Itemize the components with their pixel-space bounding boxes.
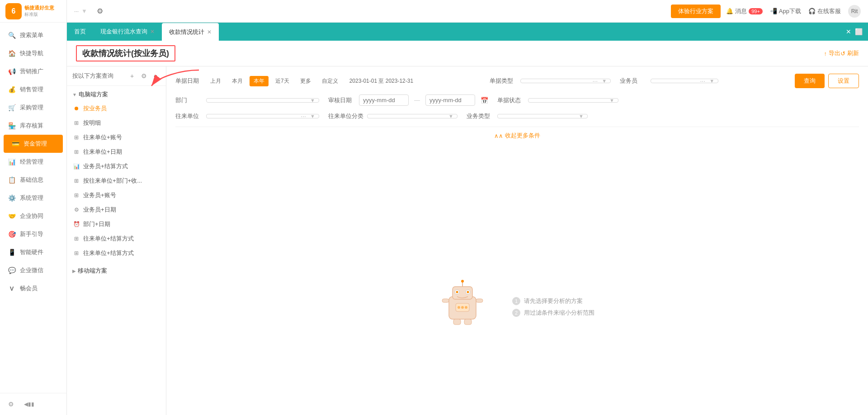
tree-item-by-salesperson[interactable]: 按业务员 xyxy=(67,101,166,116)
sidebar-item-basicinfo[interactable]: 📋 基础信息 xyxy=(0,171,66,189)
tree-item-salesperson-date[interactable]: ⚙ 业务员+日期 xyxy=(67,203,166,217)
date-btn-7days[interactable]: 近7天 xyxy=(271,76,293,86)
date-dash: — xyxy=(412,97,422,104)
search-menu-icon: 🔍 xyxy=(7,31,16,40)
sidebar-item-operations[interactable]: 📊 经营管理 xyxy=(0,153,66,171)
online-service-btn[interactable]: 🎧 在线客服 xyxy=(808,7,841,15)
salesperson-calc-icon: 📊 xyxy=(72,162,80,170)
app-download-btn[interactable]: 📲 App下载 xyxy=(770,7,801,15)
dept-chevron: ▼ xyxy=(310,98,315,103)
sidebar-item-label: 企业协同 xyxy=(20,212,43,220)
query-btn[interactable]: 查询 xyxy=(795,74,825,88)
filter-row-2: 部门 ▼ 审核日期 — 📅 xyxy=(175,94,859,106)
sidebar-item-hardware[interactable]: 📱 智能硬件 xyxy=(0,243,66,261)
panel-collapse-btn[interactable]: « xyxy=(151,71,160,81)
export-label: 导出 xyxy=(829,49,840,57)
tree-item-by-detail[interactable]: ⊞ 按明细 xyxy=(67,116,166,130)
sidebar-settings-btn[interactable]: ⚙ xyxy=(4,397,18,411)
tree-item-label: 按业务员 xyxy=(83,104,107,113)
topbar-gear-btn[interactable]: ⚙ xyxy=(93,4,107,19)
app-logo: 6 畅捷通好生意 标准版 xyxy=(0,0,66,23)
service-icon: 🎧 xyxy=(808,8,816,14)
sidebar-nav: 🔍 搜索菜单 🏠 快捷导航 📢 营销推广 💰 销售管理 🛒 采购管理 🏪 库存核… xyxy=(0,23,66,393)
export-btn[interactable]: ↑ 导出 xyxy=(824,49,841,57)
tab-close-btn-active[interactable]: ✕ xyxy=(207,29,212,35)
user-avatar[interactable]: Rit xyxy=(848,5,861,18)
collapse-more-btn[interactable]: ∧∧ 收起更多条件 xyxy=(494,132,540,140)
tree-item-partner-account[interactable]: ⊞ 往来单位+账号 xyxy=(67,130,166,145)
tree-item-salesperson-calc[interactable]: 📊 业务员+结算方式 xyxy=(67,159,166,174)
date-btn-last-month[interactable]: 上月 xyxy=(206,76,225,86)
sidebar-item-member[interactable]: V 畅会员 xyxy=(0,279,66,297)
sidebar-item-system[interactable]: ⚙️ 系统管理 xyxy=(0,189,66,207)
tree-item-partner-dept[interactable]: ⊞ 按往来单位+部门+收... xyxy=(67,174,166,188)
sidebar-item-inventory[interactable]: 🏪 库存核算 xyxy=(0,117,66,135)
logo-text-block: 畅捷通好生意 标准版 xyxy=(24,5,54,18)
tab-collection-stats[interactable]: 收款情况统计 ✕ xyxy=(162,23,219,41)
date-quick-btns: 上月 本月 本年 近7天 更多 自定义 xyxy=(206,76,342,86)
tabbar: 首页 现金银行流水查询 ✕ 收款情况统计 ✕ ✕ ⬜ xyxy=(67,23,868,41)
date-btn-this-year[interactable]: 本年 xyxy=(250,76,269,86)
partner-more-icon[interactable]: ··· xyxy=(301,113,306,120)
robot-svg xyxy=(440,278,485,328)
sidebar-item-wechat[interactable]: 💬 企业微信 xyxy=(0,261,66,279)
add-scheme-btn[interactable]: + xyxy=(127,71,137,81)
filter-area: 单据日期 上月 本月 本年 近7天 更多 自定义 2023-01-01 至 20… xyxy=(166,66,868,151)
partner-filter: 往来单位 ··· ▼ xyxy=(175,112,319,120)
tab-home[interactable]: 首页 xyxy=(67,28,93,36)
sidebar-item-search-menu[interactable]: 🔍 搜索菜单 xyxy=(0,26,66,44)
hint-item-1: 1 请先选择要分析的方案 xyxy=(512,297,594,305)
svg-rect-8 xyxy=(442,299,449,302)
breadcrumb-text: ··· xyxy=(74,8,79,14)
salesperson-account-icon: ⊞ xyxy=(72,191,80,199)
sidebar-item-sales[interactable]: 💰 销售管理 xyxy=(0,80,66,99)
settings-btn[interactable]: 设置 xyxy=(828,74,859,88)
sidebar-item-finance[interactable]: 💳 资金管理 xyxy=(4,135,63,153)
guide-icon: 🎯 xyxy=(7,230,16,239)
sidebar-item-marketing[interactable]: 📢 营销推广 xyxy=(0,62,66,80)
sidebar-item-purchase[interactable]: 🛒 采购管理 xyxy=(0,99,66,117)
tab-controls: ✕ ⬜ xyxy=(840,28,868,35)
sidebar-item-label: 搜索菜单 xyxy=(20,31,43,39)
record-status-chevron: ▼ xyxy=(609,98,614,103)
sidebar-item-enterprise[interactable]: 🤝 企业协同 xyxy=(0,207,66,225)
tree-item-dept-date[interactable]: ⏰ 部门+日期 xyxy=(67,217,166,231)
sidebar-item-quick-nav[interactable]: 🏠 快捷导航 xyxy=(0,44,66,62)
date-btn-more[interactable]: 更多 xyxy=(296,76,315,86)
partner-date-icon: ⊞ xyxy=(72,148,80,156)
demo-btn[interactable]: 体验行业方案 xyxy=(671,5,721,18)
tree-item-partner-calc2[interactable]: ⊞ 往来单位+结算方式 xyxy=(67,246,166,260)
review-date-end[interactable] xyxy=(425,94,475,106)
partner-calc1-icon: ⊞ xyxy=(72,235,80,243)
date-btn-this-month[interactable]: 本月 xyxy=(228,76,247,86)
dept-filter: 部门 ▼ xyxy=(175,96,319,104)
tab-cash-flow[interactable]: 现金银行流水查询 ✕ xyxy=(93,23,162,41)
tree-item-partner-calc1[interactable]: ⊞ 往来单位+结算方式 xyxy=(67,231,166,246)
sidebar-collapse-btn[interactable]: ◀▮▮ xyxy=(22,397,36,411)
tab-close-window-btn[interactable]: ✕ xyxy=(846,28,851,35)
online-service-label: 在线客服 xyxy=(817,7,841,15)
refresh-btn[interactable]: ↺ 刷新 xyxy=(840,49,859,57)
tree-item-partner-date[interactable]: ⊞ 往来单位+日期 xyxy=(67,145,166,159)
salesperson-more-icon[interactable]: ··· xyxy=(700,77,705,85)
review-date-start[interactable] xyxy=(359,94,409,106)
date-btn-custom[interactable]: 自定义 xyxy=(318,76,342,86)
record-type-more-icon[interactable]: ··· xyxy=(592,77,598,85)
logo-icon: 6 xyxy=(5,3,22,19)
tree-item-salesperson-account[interactable]: ⊞ 业务员+账号 xyxy=(67,188,166,203)
tab-close-btn[interactable]: ✕ xyxy=(150,28,155,35)
tree-section-desktop-header[interactable]: ▼ 电脑端方案 xyxy=(67,88,166,101)
notification-btn[interactable]: 🔔 消息 99+ xyxy=(726,7,763,15)
tree-section-mobile-header[interactable]: ▶ 移动端方案 xyxy=(67,264,166,278)
sidebar-item-guide[interactable]: 🎯 新手引导 xyxy=(0,225,66,243)
member-icon: V xyxy=(7,284,16,293)
calendar-icon-start[interactable]: 📅 xyxy=(481,97,488,104)
sidebar-item-label: 系统管理 xyxy=(20,194,43,202)
scheme-settings-btn[interactable]: ⚙ xyxy=(139,71,149,81)
main-content: ··· ▼ ⚙ 体验行业方案 🔔 消息 99+ 📲 App下载 🎧 在线客服 R… xyxy=(67,0,868,415)
biz-type-chevron: ▼ xyxy=(579,113,584,119)
empty-hints: 1 请先选择要分析的方案 2 用过滤条件来缩小分析范围 xyxy=(512,297,594,321)
record-status-label: 单据状态 xyxy=(497,96,524,104)
tab-maximize-btn[interactable]: ⬜ xyxy=(855,28,863,35)
review-date-label: 审核日期 xyxy=(328,96,355,104)
